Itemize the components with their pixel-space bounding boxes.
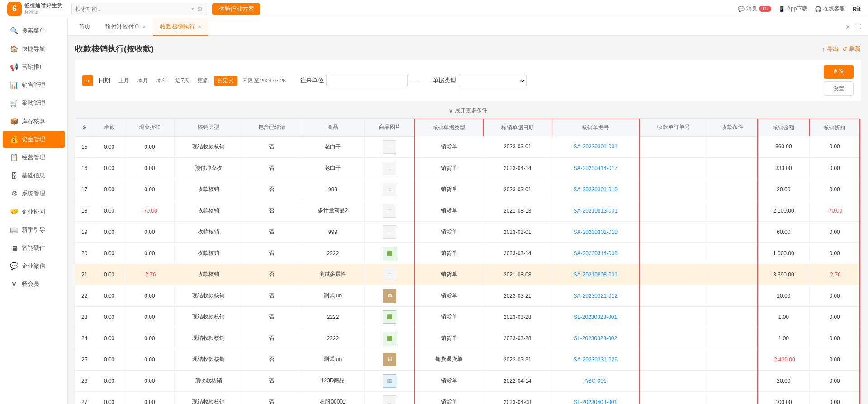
expand-btn[interactable]: ∨ 展开更多条件	[449, 107, 487, 114]
tab-receipt-close[interactable]: ×	[198, 24, 201, 29]
receipt-type-select[interactable]	[459, 74, 527, 87]
main-area: 首页 预付冲应付单 × 收款核销执行 × ✕ ⛶ 收款核销执行(按收款)	[68, 18, 868, 404]
cell-discount: -2.76	[810, 264, 860, 285]
cell-bill-no[interactable]: SL-20230408-001	[552, 391, 640, 404]
sidebar-item-guide[interactable]: 📖 新手引导	[3, 221, 65, 238]
cell-bill-no[interactable]: ABC-001	[552, 370, 640, 391]
cell-bill-no[interactable]: SL-20230328-002	[552, 328, 640, 349]
top-search-input[interactable]	[75, 6, 189, 12]
bill-no-link[interactable]: SA-20230301-001	[573, 143, 617, 150]
sidebar-item-member[interactable]: V 畅会员	[3, 276, 65, 293]
this-month-btn[interactable]: 本月	[135, 76, 151, 86]
cell-discount: 0.00	[810, 221, 860, 242]
bill-no-link[interactable]: ABC-001	[585, 378, 607, 384]
table-row: 27 0.00 0.00 现结收款核销 否 衣服00001 □ 销货单 2023…	[75, 391, 860, 404]
industry-btn[interactable]: 体验行业方案	[212, 3, 260, 15]
sidebar-item-finance[interactable]: 💰 资金管理	[3, 131, 65, 148]
cell-bill-no[interactable]: SA-20210808-001	[552, 264, 640, 285]
cell-bill-no[interactable]: SA-20210813-001	[552, 200, 640, 221]
tab-prepay-close[interactable]: ×	[143, 24, 146, 29]
cell-bill-no[interactable]: SL-20230328-001	[552, 306, 640, 328]
tab-close-all-icon[interactable]: ✕	[845, 23, 851, 30]
sidebar-item-inventory[interactable]: 📦 库存核算	[3, 113, 65, 130]
cell-bill-no[interactable]: SA-20230414-017	[552, 157, 640, 179]
cell-type: 现结收款核销	[175, 391, 242, 404]
settings-icon-top[interactable]: ⚙	[197, 5, 203, 13]
bill-no-link[interactable]: SA-20230301-010	[573, 186, 617, 193]
col-gear[interactable]: ⚙	[75, 119, 94, 136]
app-download-item[interactable]: 📱 App下载	[778, 5, 807, 13]
export-btn[interactable]: ↑ 导出	[822, 45, 839, 53]
cell-img: 🖼	[365, 349, 415, 370]
table-row: 22 0.00 0.00 现结收款核销 否 测试jun 🖼 销货单 2023-0…	[75, 285, 860, 306]
this-year-btn[interactable]: 本年	[154, 76, 170, 86]
bill-no-link[interactable]: SL-20230328-001	[574, 314, 617, 320]
refresh-btn[interactable]: ↺ 刷新	[842, 45, 861, 53]
settings-btn[interactable]: 设置	[824, 81, 854, 96]
tab-prepay[interactable]: 预付冲应付单 ×	[98, 18, 153, 36]
sidebar-item-purchase[interactable]: 🛒 采购管理	[3, 95, 65, 112]
cell-bill-no[interactable]: SA-20230321-012	[552, 285, 640, 306]
cell-bill-type: 销货单	[415, 391, 483, 404]
sidebar-item-operations[interactable]: 📋 经营管理	[3, 149, 65, 166]
date-sub: 不限 至 2023-07-26	[243, 77, 286, 84]
cell-bill-no[interactable]: SA-20230331-026	[552, 349, 640, 370]
cell-bill-date: 2021-08-13	[483, 200, 552, 221]
sidebar-item-system[interactable]: ⚙ 系统管理	[3, 185, 65, 202]
cell-bill-no[interactable]: SA-20230301-010	[552, 179, 640, 200]
bill-no-link[interactable]: SL-20230328-002	[574, 335, 617, 342]
bill-no-link[interactable]: SA-20230414-017	[573, 165, 617, 171]
sidebar-item-marketing[interactable]: 📢 营销推广	[3, 58, 65, 76]
bill-no-link[interactable]: SA-20230314-008	[573, 250, 617, 257]
tab-expand-icon[interactable]: ⛶	[854, 23, 861, 30]
last7-btn[interactable]: 近7天	[173, 76, 192, 86]
cell-img: □	[365, 221, 415, 242]
cell-amount: 100.00	[758, 391, 810, 404]
cell-type: 收款核销	[175, 179, 242, 200]
search-dropdown-icon[interactable]: ▾	[191, 5, 194, 12]
sidebar-label-basic: 基础信息	[22, 171, 45, 180]
user-item[interactable]: Rit	[852, 5, 861, 13]
cell-bill-type: 销货单	[415, 328, 483, 349]
bill-no-link[interactable]: SA-20230321-012	[573, 293, 617, 299]
app-download-icon: 📱	[778, 6, 785, 12]
app-edition: 标准版	[24, 9, 62, 15]
query-btn[interactable]: 查询	[824, 65, 854, 79]
bill-no-link[interactable]: SA-20230301-010	[573, 229, 617, 235]
bill-no-link[interactable]: SL-20230408-001	[574, 399, 617, 404]
filter-toggle-btn[interactable]: »	[82, 75, 93, 86]
cell-balance: 0.00	[94, 200, 125, 221]
sidebar-item-quick-nav[interactable]: 🏠 快捷导航	[3, 40, 65, 57]
custom-btn[interactable]: 自定义	[214, 76, 237, 86]
cell-balance: 0.00	[94, 370, 125, 391]
bill-no-link[interactable]: SA-20230331-026	[573, 356, 617, 363]
sidebar-item-search[interactable]: 🔍 搜索菜单	[3, 22, 65, 39]
sidebar-item-wechat[interactable]: 💬 企业微信	[3, 257, 65, 275]
cell-cash-discount: 0.00	[125, 285, 175, 306]
sidebar-label-purchase: 采购管理	[22, 99, 45, 107]
sidebar-item-sales[interactable]: 📊 销售管理	[3, 76, 65, 94]
message-icon-item[interactable]: 💬 消息 99+	[738, 5, 771, 13]
cell-goods: 老白干	[301, 136, 365, 157]
col-amount: 核销金额	[758, 119, 810, 136]
from-unit-input[interactable]	[326, 74, 408, 87]
sidebar-item-hardware[interactable]: 🖥 智能硬件	[3, 239, 65, 257]
message-icon: 💬	[738, 6, 745, 12]
cell-bill-no[interactable]: SA-20230314-008	[552, 242, 640, 264]
bill-no-link[interactable]: SA-20210813-001	[573, 208, 617, 214]
top-search-box[interactable]: ▾ ⚙	[71, 3, 207, 15]
filter-dots-1: ···	[410, 77, 418, 84]
cell-bill-no[interactable]: SA-20230301-001	[552, 136, 640, 157]
last-month-btn[interactable]: 上月	[116, 76, 132, 86]
bill-no-link[interactable]: SA-20210808-001	[573, 271, 617, 278]
tab-receipt[interactable]: 收款核销执行 ×	[153, 18, 208, 36]
cell-bill-type: 销货单	[415, 370, 483, 391]
sidebar-item-basic[interactable]: 🗄 基础信息	[3, 167, 65, 184]
cell-bill-date: 2023-03-28	[483, 328, 552, 349]
sidebar-item-enterprise[interactable]: 🤝 企业协同	[3, 203, 65, 220]
page-header: 收款核销执行(按收款) ↑ 导出 ↺ 刷新	[75, 43, 861, 54]
tab-home[interactable]: 首页	[71, 18, 98, 36]
more-btn[interactable]: 更多	[195, 76, 211, 86]
cell-bill-no[interactable]: SA-20230301-010	[552, 221, 640, 242]
online-service-item[interactable]: 🎧 在线客服	[815, 5, 845, 13]
